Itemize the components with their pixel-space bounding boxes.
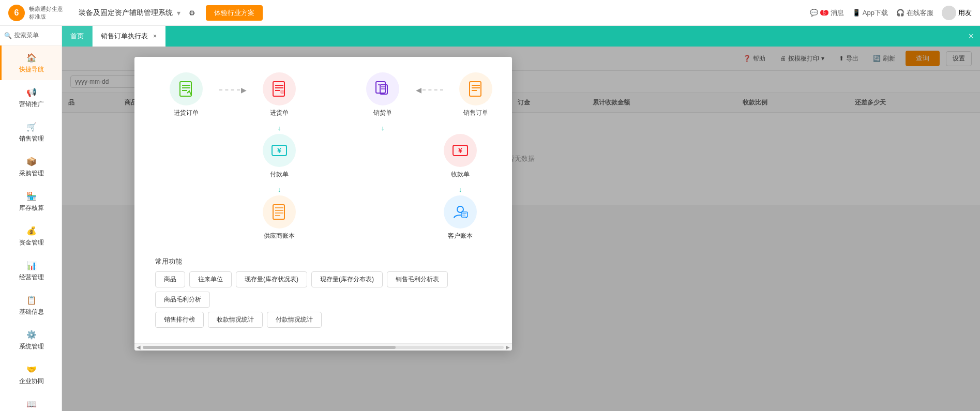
receipt-icon: ¥: [451, 141, 470, 160]
system-label: 系统管理: [19, 342, 44, 351]
search-icon: 🔍: [4, 32, 12, 39]
cf-buttons-row-2: 销售排行榜 收款情况统计 付款情况统计: [155, 312, 491, 328]
close-all-icon: ×: [968, 31, 974, 42]
sales-order-icon: [466, 80, 485, 98]
inventory-label: 库存核算: [19, 204, 44, 212]
cf-btn-partner[interactable]: 往来单位: [189, 271, 232, 287]
svg-text:¥: ¥: [458, 146, 462, 155]
sidebar-item-beginner[interactable]: 📖 新手引导: [0, 392, 62, 411]
finance-label: 资金管理: [19, 238, 44, 247]
sidebar-item-purchase[interactable]: 📦 采购管理: [0, 149, 62, 184]
sales-bill-label: 销货单: [373, 109, 392, 117]
svg-rect-28: [461, 212, 468, 217]
sales-order-circle: [459, 72, 492, 105]
cf-btn-receipt-stats[interactable]: 收款情况统计: [208, 312, 263, 328]
logo-icon: 6: [8, 5, 25, 21]
message-button[interactable]: 💬 5 消息: [810, 8, 844, 18]
top-header: 6 畅康通好生意 标准版 装备及固定资产辅助管理系统 ▾ ⚙ 体验行业方案 💬 …: [0, 0, 980, 26]
tab-close-icon[interactable]: ×: [153, 33, 157, 40]
cf-buttons-row-1: 商品 往来单位 现存量(库存状况表) 现存量(库存分布表) 销售毛利分析表 商品…: [155, 271, 491, 308]
sidebar-item-basic-info[interactable]: 📋 基础信息: [0, 288, 62, 323]
arrow-down-receipt: ↓: [459, 183, 462, 195]
customer-ledger-icon: [451, 203, 470, 221]
content-area: 首页 销售订单执行表 × × ❓ 帮助 🖨 按模板打印: [62, 26, 980, 411]
flow-node-purchase-bill[interactable]: 进货单: [248, 72, 310, 117]
enterprise-icon: 🤝: [26, 363, 37, 375]
flow-node-customer-ledger[interactable]: 客户账本: [429, 195, 491, 240]
scroll-left-arrow[interactable]: ◀: [137, 344, 141, 350]
cf-title: 常用功能: [155, 257, 491, 266]
scroll-track[interactable]: [143, 346, 504, 349]
message-badge: 5: [820, 10, 828, 16]
cf-btn-stock-status[interactable]: 现存量(库存状况表): [236, 271, 307, 287]
tab-close-all[interactable]: ×: [962, 26, 980, 47]
sidebar-item-marketing[interactable]: 📢 营销推广: [0, 80, 62, 115]
app-download-label: App下载: [863, 8, 888, 18]
avatar: [942, 6, 956, 20]
sidebar-item-finance[interactable]: 💰 资金管理: [0, 219, 62, 253]
marketing-icon: 📢: [26, 86, 37, 98]
tab-home[interactable]: 首页: [62, 26, 93, 47]
svg-rect-22: [273, 205, 284, 219]
sidebar-item-enterprise[interactable]: 🤝 企业协同: [0, 357, 62, 392]
cf-btn-product[interactable]: 商品: [155, 271, 185, 287]
sidebar: 🔍 搜索菜单 🏠 快捷导航 📢 营销推广 🛒 销售管理 📦 采购管理 🏪 库存核…: [0, 26, 62, 411]
purchase-bill-circle: [263, 72, 296, 105]
quick-nav-icon: 🏠: [26, 52, 37, 63]
header-right: 💬 5 消息 📱 App下载 🎧 在线客服 用友: [810, 6, 972, 20]
arrow-down-sales: ↓: [381, 121, 385, 134]
system-title-area: 装备及固定资产辅助管理系统 ▾ ⚙ 体验行业方案: [70, 5, 810, 21]
cf-btn-product-margin[interactable]: 商品毛利分析: [155, 292, 210, 308]
message-icon: 💬: [810, 9, 818, 17]
cf-btn-stock-dist[interactable]: 现存量(库存分布表): [311, 271, 383, 287]
purchase-bill-icon: [270, 80, 289, 98]
sidebar-item-operations[interactable]: 📊 经营管理: [0, 253, 62, 288]
flow-node-receipt[interactable]: ¥ 收款单: [429, 134, 491, 179]
customer-ledger-label: 客户账本: [448, 232, 473, 240]
basic-info-label: 基础信息: [19, 308, 44, 316]
tab-home-label: 首页: [70, 32, 84, 41]
sidebar-search[interactable]: 🔍 搜索菜单: [0, 26, 62, 45]
sidebar-item-sales[interactable]: 🛒 销售管理: [0, 115, 62, 149]
user-area[interactable]: 用友: [942, 6, 972, 20]
flow-node-purchase-order[interactable]: 进货订单: [155, 72, 217, 117]
app-download-button[interactable]: 📱 App下载: [852, 8, 888, 18]
scroll-right-arrow[interactable]: ▶: [506, 344, 510, 350]
enterprise-label: 企业协同: [19, 377, 44, 386]
flow-node-sales-bill[interactable]: 销货单: [352, 72, 414, 117]
basic-info-icon: 📋: [26, 294, 37, 306]
cf-btn-payment-stats[interactable]: 付款情况统计: [267, 312, 322, 328]
trial-button[interactable]: 体验行业方案: [206, 5, 263, 21]
sidebar-search-label: 搜索菜单: [14, 31, 39, 40]
beginner-icon: 📖: [26, 398, 37, 409]
flow-node-payment[interactable]: ¥ 付款单: [248, 134, 310, 179]
online-service-label: 在线客服: [907, 8, 933, 18]
settings-icon[interactable]: ⚙: [189, 9, 195, 17]
system-title-dropdown[interactable]: ▾: [177, 9, 180, 17]
tab-sales-order[interactable]: 销售订单执行表 ×: [93, 26, 165, 47]
sales-label: 销售管理: [19, 134, 44, 143]
cf-btn-sales-margin[interactable]: 销售毛利分析表: [387, 271, 448, 287]
payment-icon: ¥: [270, 141, 289, 160]
operations-label: 经营管理: [19, 273, 44, 282]
sidebar-item-system[interactable]: ⚙️ 系统管理: [0, 323, 62, 357]
sidebar-item-quick-nav[interactable]: 🏠 快捷导航: [0, 45, 62, 80]
purchase-bill-label: 进货单: [270, 109, 289, 117]
online-service-button[interactable]: 🎧 在线客服: [896, 8, 933, 18]
purchase-icon: 📦: [26, 156, 37, 167]
modal-box: 进货订单 ▶: [134, 57, 512, 351]
logo-text: 畅康通好生意 标准版: [29, 5, 63, 20]
cf-btn-sales-ranking[interactable]: 销售排行榜: [155, 312, 204, 328]
flow-node-sales-order[interactable]: 销售订单: [445, 72, 507, 117]
modal-overlay[interactable]: 进货订单 ▶: [62, 47, 980, 411]
flow-node-supplier-ledger[interactable]: 供应商账本: [248, 195, 310, 240]
scroll-thumb: [143, 346, 396, 349]
vertical-arrows-row: ↓ ↓: [155, 121, 491, 134]
flow-diagram: 进货订单 ▶: [155, 72, 491, 245]
sidebar-item-inventory[interactable]: 🏪 库存核算: [0, 184, 62, 219]
arrow-down-payment: ↓: [278, 183, 281, 195]
finance-icon: 💰: [26, 225, 37, 236]
system-icon: ⚙️: [26, 329, 37, 340]
sales-bill-icon: [373, 80, 392, 98]
svg-rect-0: [180, 82, 191, 96]
